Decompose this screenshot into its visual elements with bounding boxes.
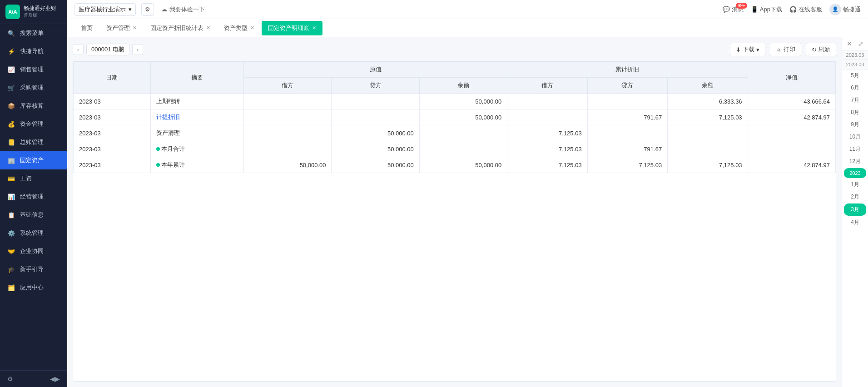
summary-text: 上期结转 — [156, 98, 180, 104]
timeline-close-btn[interactable]: ✕ — [847, 40, 852, 47]
timeline-month[interactable]: 11月 — [842, 143, 868, 155]
cell-orig-debit — [244, 141, 332, 157]
message-btn[interactable]: 💬 消息 99+ — [723, 5, 744, 14]
sidebar-item-fixed[interactable]: 🏢 固定资产 — [0, 151, 67, 169]
timeline-month-4月[interactable]: 4月 — [842, 216, 868, 228]
collapse-icon[interactable]: ◀▶ — [50, 375, 60, 382]
col-orig-debit: 借方 — [244, 78, 332, 94]
corp-icon: 🤝 — [7, 247, 15, 255]
cell-net — [748, 125, 835, 141]
company-selector[interactable]: 医疗器械行业演示 ▾ — [74, 3, 136, 16]
next-asset-btn[interactable]: › — [132, 44, 143, 55]
sidebar-item-basic[interactable]: 📋 基础信息 — [0, 206, 67, 224]
tab-home[interactable]: 首页 — [74, 21, 99, 35]
prev-asset-btn[interactable]: ‹ — [73, 44, 84, 55]
timeline-month[interactable]: 6月 — [842, 82, 868, 94]
cell-accum-balance: 7,125.03 — [668, 157, 748, 173]
sidebar-bottom: ⚙ ◀▶ — [0, 370, 67, 387]
sidebar-item-capital[interactable]: 💰 资金管理 — [0, 115, 67, 133]
sidebar-label-quicknav: 快捷导航 — [20, 47, 44, 55]
apps-icon: 🗂️ — [7, 283, 15, 292]
sidebar-item-corp[interactable]: 🤝 企业协同 — [0, 242, 67, 260]
sidebar-item-purchase[interactable]: 🛒 采购管理 — [0, 79, 67, 97]
service-label: 在线客服 — [799, 5, 822, 14]
sidebar-item-apps[interactable]: 🗂️ 应用中心 — [0, 278, 67, 297]
tab-depreciation[interactable]: 固定资产折旧统计表✕ — [144, 21, 217, 35]
cell-orig-balance — [419, 141, 507, 157]
cell-date: 2023-03 — [74, 109, 151, 125]
timeline-close-row: ✕ ⤢ — [842, 37, 868, 50]
sidebar-item-salary[interactable]: 💳 工资 — [0, 169, 67, 188]
tab-detail[interactable]: 固定资产明细账✕ — [262, 21, 322, 35]
detail-table: 日期 摘要 原值 累计折旧 净值 借方 贷方 余额 借方 贷方 余额 — [73, 61, 836, 173]
cloud-icon: ☁ — [161, 6, 167, 13]
sidebar-item-system[interactable]: ⚙️ 系统管理 — [0, 224, 67, 242]
timeline-month[interactable]: 12月 — [842, 155, 868, 168]
timeline-panel: ✕ ⤢ 2023.03 2023.03 5月6月7月8月9月10月11月12月2… — [842, 37, 868, 387]
sidebar-label-fixed: 固定资产 — [20, 156, 44, 164]
tab-asset_type[interactable]: 资产类型✕ — [218, 21, 261, 35]
sidebar-item-ops[interactable]: 📊 经营管理 — [0, 188, 67, 206]
topbar-right: 💬 消息 99+ 📱 App下载 🎧 在线客服 👤 畅捷通 — [723, 4, 861, 15]
timeline-year-badge: 2023 — [844, 168, 866, 178]
tab-close-assets[interactable]: ✕ — [133, 25, 137, 31]
basic-icon: 📋 — [7, 211, 15, 219]
timeline-month-3月[interactable]: 3月 — [844, 203, 866, 216]
tab-close-asset_type[interactable]: ✕ — [250, 25, 254, 31]
timeline-month-1月[interactable]: 1月 — [842, 179, 868, 191]
cell-accum-balance — [668, 141, 748, 157]
app-download-btn[interactable]: 📱 App下载 — [751, 5, 782, 14]
sidebar-label-capital: 资金管理 — [20, 120, 44, 128]
sidebar-label-ledger: 总账管理 — [20, 138, 44, 146]
summary-link[interactable]: 计提折旧 — [156, 114, 180, 120]
trial-btn[interactable]: ☁ 我要体验一下 — [161, 5, 205, 14]
sidebar-item-sales[interactable]: 📈 销售管理 — [0, 60, 67, 79]
settings-icon[interactable]: ⚙ — [7, 375, 13, 382]
sidebar-item-search[interactable]: 🔍 搜索菜单 — [0, 24, 67, 42]
tabs-bar: 首页资产管理✕固定资产折旧统计表✕资产类型✕固定资产明细账✕ — [67, 19, 868, 37]
cell-date: 2023-03 — [74, 157, 151, 173]
table-row: 2023-03 计提折旧 50,000.00 791.67 7,125.03 4… — [74, 109, 836, 125]
cell-orig-balance: 50,000.00 — [419, 109, 507, 125]
timeline-month[interactable]: 7月 — [842, 94, 868, 106]
refresh-label: 刷新 — [818, 45, 830, 54]
user-area[interactable]: 👤 畅捷通 — [829, 4, 861, 15]
cell-date: 2023-03 — [74, 125, 151, 141]
green-dot-icon — [156, 147, 160, 151]
tab-label-assets: 资产管理 — [106, 24, 130, 32]
sidebar-label-apps: 应用中心 — [20, 283, 44, 292]
cell-accum-balance: 6,333.36 — [668, 94, 748, 109]
print-btn[interactable]: 🖨 打印 — [770, 43, 801, 56]
sidebar-item-quicknav[interactable]: ⚡ 快捷导航 — [0, 42, 67, 60]
timeline-month[interactable]: 8月 — [842, 106, 868, 119]
sidebar-item-ledger[interactable]: 📒 总账管理 — [0, 133, 67, 151]
company-name: 医疗器械行业演示 — [79, 5, 126, 14]
online-service-btn[interactable]: 🎧 在线客服 — [789, 5, 822, 14]
timeline-month[interactable]: 10月 — [842, 131, 868, 143]
sidebar-logo: AtA 畅捷通好业财 普及版 — [0, 0, 67, 24]
cell-orig-credit — [332, 109, 419, 125]
refresh-btn[interactable]: ↻ 刷新 — [806, 43, 836, 56]
sidebar-item-guide[interactable]: 🎓 新手引导 — [0, 260, 67, 278]
tab-assets[interactable]: 资产管理✕ — [100, 21, 143, 35]
cell-accum-credit — [587, 125, 667, 141]
download-btn[interactable]: ⬇ 下载 ▾ — [730, 43, 765, 56]
sidebar-label-corp: 企业协同 — [20, 247, 44, 255]
salary-icon: 💳 — [7, 174, 15, 183]
download-icon: ⬇ — [736, 46, 741, 53]
tab-close-detail[interactable]: ✕ — [312, 25, 316, 31]
refresh-icon: ↻ — [812, 46, 817, 53]
tab-close-depreciation[interactable]: ✕ — [206, 25, 210, 31]
content-area: ‹ 000001 电脑 › ⬇ 下载 ▾ 🖨 打印 — [67, 37, 868, 387]
timeline-month-2月[interactable]: 2月 — [842, 191, 868, 203]
timeline-month[interactable]: 9月 — [842, 119, 868, 131]
fixed-icon: 🏢 — [7, 156, 15, 164]
sidebar-label-basic: 基础信息 — [20, 211, 44, 219]
table-row: 2023-03 本月合计 50,000.00 7,125.03 791.67 — [74, 141, 836, 157]
timeline-month[interactable]: 5月 — [842, 69, 868, 82]
headset-icon: 🎧 — [789, 6, 797, 13]
timeline-expand-btn[interactable]: ⤢ — [858, 40, 863, 47]
sidebar-item-inventory[interactable]: 📦 库存核算 — [0, 97, 67, 115]
topbar-settings-btn[interactable]: ⚙ — [141, 3, 154, 16]
cell-orig-credit: 50,000.00 — [332, 141, 419, 157]
